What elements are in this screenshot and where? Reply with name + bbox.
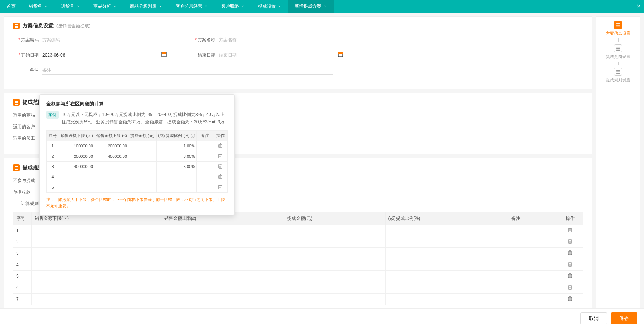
close-icon[interactable]: × xyxy=(278,4,281,8)
trash-icon[interactable] xyxy=(218,154,223,158)
tab-home[interactable]: 首页 xyxy=(0,0,22,13)
panel-title: 方案信息设置 xyxy=(23,23,54,29)
tab-customer-tier[interactable]: 客户分层经营× xyxy=(169,0,215,13)
list-icon xyxy=(614,21,622,29)
example-popover: 全额参与所在区间段的计算 案例 10万元以下无提成；10~20万元提成比例为1%… xyxy=(39,94,235,215)
trash-icon[interactable] xyxy=(218,174,223,179)
tab-commission-settings[interactable]: 提成设置× xyxy=(251,0,288,13)
footer-bar: 取消 保存 xyxy=(0,308,644,328)
remark-input[interactable] xyxy=(42,66,333,75)
tab-analysis[interactable]: 商品分析× xyxy=(87,0,123,13)
list-icon xyxy=(13,99,20,106)
save-button[interactable]: 保存 xyxy=(611,312,637,324)
tab-customer-contact[interactable]: 客户联络× xyxy=(215,0,251,13)
close-icon[interactable]: × xyxy=(323,4,327,8)
calc-rule-label: 计算规则 xyxy=(13,201,39,207)
close-icon[interactable]: × xyxy=(113,4,117,8)
popover-title: 全额参与所在区间段的计算 xyxy=(46,100,228,107)
end-date-label: 结束日期 xyxy=(189,52,215,58)
tab-sales[interactable]: 销货单× xyxy=(22,0,54,13)
table-row: 2 xyxy=(13,236,583,248)
cancel-button[interactable]: 取消 xyxy=(580,312,607,324)
close-icon[interactable]: × xyxy=(158,4,162,8)
table-row: 4 xyxy=(13,259,583,271)
th-seq: 序号 xyxy=(13,212,32,225)
name-input[interactable] xyxy=(218,36,344,44)
anchor-nav: 方案信息设置 提成范围设置 提成规则设置 xyxy=(596,16,640,317)
trash-icon[interactable] xyxy=(568,239,572,244)
close-all-icon[interactable]: × xyxy=(637,0,640,13)
close-icon[interactable]: × xyxy=(204,4,208,8)
trash-icon[interactable] xyxy=(568,273,572,278)
list-icon xyxy=(614,44,622,52)
popover-note: 注：上限必须大于下限；多个阶梯时，下一个阶梯下限要等于前一阶梯上限；不同行之间下… xyxy=(46,197,228,209)
table-row: 3 xyxy=(13,248,583,259)
table-row: 6 xyxy=(13,282,583,294)
end-date-input[interactable] xyxy=(218,51,344,59)
table-row: 1 xyxy=(13,225,583,236)
close-icon[interactable]: × xyxy=(44,4,48,8)
tab-bar: 首页 销货单× 进货单× 商品分析× 商品分析列表× 客户分层经营× 客户联络×… xyxy=(0,0,644,13)
th-op: 操作 xyxy=(557,212,583,225)
tab-new-commission-plan[interactable]: 新增提成方案× xyxy=(288,0,333,13)
example-tag: 案例 xyxy=(46,111,59,119)
nav-step-scope[interactable]: 提成范围设置 xyxy=(606,44,630,59)
panel-plan-info: 方案信息设置 (按销售金额提成) *方案编码 *方案名称 *开始日期 xyxy=(4,16,592,89)
trash-icon[interactable] xyxy=(568,285,572,290)
name-label: *方案名称 xyxy=(189,37,215,43)
table-row: 7 xyxy=(13,294,583,305)
trash-icon[interactable] xyxy=(568,228,572,232)
table-row: 5 xyxy=(13,271,583,282)
trash-icon[interactable] xyxy=(568,250,572,255)
th-amount: 提成金额(元) xyxy=(284,212,386,225)
example-text: 10万元以下无提成；10~20万元提成比例为1%；20~40万提成比例为3%；4… xyxy=(62,111,228,126)
example-table: 序号 销售金额下限 (＞) 销售金额上限 (≤) 提成金额 (元) (或) 提成… xyxy=(46,130,228,193)
trash-icon[interactable] xyxy=(568,262,572,267)
connector-icon xyxy=(618,62,619,65)
remark-label: 备注 xyxy=(13,67,39,74)
close-icon[interactable]: × xyxy=(76,4,80,8)
list-icon xyxy=(614,68,622,76)
help-icon[interactable]: ? xyxy=(191,134,195,138)
trash-icon[interactable] xyxy=(218,143,223,148)
nav-step-rules[interactable]: 提成规则设置 xyxy=(606,68,630,83)
calendar-icon[interactable] xyxy=(161,52,167,57)
panel-subtitle: (按销售金额提成) xyxy=(56,23,90,29)
trash-icon[interactable] xyxy=(218,164,223,169)
list-icon xyxy=(13,164,20,171)
connector-icon xyxy=(618,38,619,42)
code-label: *方案编码 xyxy=(13,37,39,43)
rules-table: 序号 销售金额下限(＞) 销售金额上限(≤) 提成金额(元) (或)提成比例(%… xyxy=(13,212,583,305)
calendar-icon[interactable] xyxy=(338,52,343,57)
th-pct: (或)提成比例(%) xyxy=(385,212,508,225)
tab-purchase[interactable]: 进货单× xyxy=(54,0,86,13)
trash-icon[interactable] xyxy=(568,296,572,301)
start-date-input[interactable] xyxy=(42,51,167,59)
list-icon xyxy=(13,23,20,29)
close-icon[interactable]: × xyxy=(241,4,244,8)
nav-step-info[interactable]: 方案信息设置 xyxy=(606,21,630,36)
tab-analysis-list[interactable]: 商品分析列表× xyxy=(123,0,169,13)
code-input[interactable] xyxy=(42,36,167,44)
start-date-label: *开始日期 xyxy=(13,52,39,58)
trash-icon[interactable] xyxy=(218,185,223,189)
th-note: 备注 xyxy=(508,212,557,225)
